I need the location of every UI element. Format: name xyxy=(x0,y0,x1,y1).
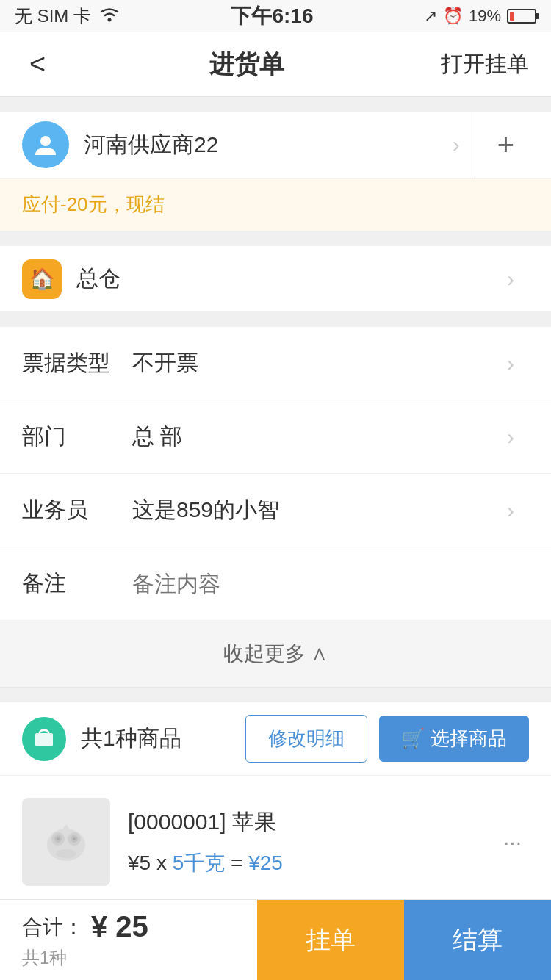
checkout-button[interactable]: 结算 xyxy=(404,900,551,980)
remark-row: 备注 xyxy=(0,547,551,621)
remark-label: 备注 xyxy=(22,569,118,599)
unit-price: ¥5 x xyxy=(128,851,173,874)
product-title: 苹果 xyxy=(232,810,276,834)
invoice-type-label: 票据类型 xyxy=(22,348,118,378)
cart-icon: 🛒 xyxy=(401,727,425,750)
supplier-selector[interactable]: 河南供应商22 › xyxy=(22,112,475,178)
product-info: [0000001] 苹果 ¥5 x 5千克 = ¥25 xyxy=(128,807,496,877)
total-sub: 共1种 xyxy=(22,946,235,970)
edit-detail-button[interactable]: 修改明细 xyxy=(245,715,367,763)
svg-rect-2 xyxy=(35,733,53,746)
total-amount: ¥ 25 xyxy=(91,910,148,943)
quantity: 5千克 xyxy=(173,851,226,874)
product-header: 共1种商品 修改明细 🛒 选择商品 xyxy=(0,702,551,776)
payment-notice: 应付-20元，现结 xyxy=(0,179,551,231)
product-name: [0000001] 苹果 xyxy=(128,807,496,837)
line-total: ¥25 xyxy=(248,851,283,874)
warehouse-chevron-icon: › xyxy=(507,267,514,292)
open-pending-button[interactable]: 打开挂单 xyxy=(441,49,529,79)
product-count: 共1种商品 xyxy=(81,724,245,754)
status-right: ↗ ⏰ 19% xyxy=(424,7,536,26)
gap-3 xyxy=(0,312,551,327)
invoice-type-row[interactable]: 票据类型 不开票 › xyxy=(0,327,551,400)
svg-point-0 xyxy=(108,18,112,22)
supplier-name: 河南供应商22 xyxy=(84,130,438,160)
add-supplier-button[interactable]: + xyxy=(475,112,529,178)
battery-fill xyxy=(510,12,514,21)
total-label: 合计： xyxy=(22,913,84,941)
salesperson-value: 这是859的小智 xyxy=(118,495,492,525)
footer-total: 合计： ¥ 25 共1种 xyxy=(0,900,257,980)
footer: 合计： ¥ 25 共1种 挂单 结算 xyxy=(0,899,551,980)
product-code: [0000001] xyxy=(128,810,232,834)
total-row: 合计： ¥ 25 xyxy=(22,910,235,943)
svg-point-8 xyxy=(57,837,60,840)
product-price: ¥5 x 5千克 = ¥25 xyxy=(128,849,496,877)
invoice-chevron-icon: › xyxy=(507,351,514,376)
select-product-button[interactable]: 🛒 选择商品 xyxy=(379,716,529,762)
gap-2 xyxy=(0,231,551,246)
gap-4 xyxy=(0,688,551,702)
gap-1 xyxy=(0,97,551,112)
salesperson-chevron-icon: › xyxy=(507,498,514,523)
department-label: 部门 xyxy=(22,422,118,452)
collapse-toggle[interactable]: 收起更多 ∧ xyxy=(0,621,551,688)
location-icon: ↗ xyxy=(424,7,437,26)
department-chevron-icon: › xyxy=(507,425,514,450)
supplier-section: 河南供应商22 › + xyxy=(0,112,551,179)
supplier-avatar xyxy=(22,121,69,168)
warehouse-icon: 🏠 xyxy=(22,259,62,299)
battery-icon xyxy=(507,9,536,24)
svg-point-10 xyxy=(56,849,76,858)
equals-sign: = xyxy=(231,851,248,874)
svg-point-9 xyxy=(73,837,76,840)
battery-percent: 19% xyxy=(469,7,501,26)
select-product-label: 选择商品 xyxy=(431,726,507,752)
product-item: [0000001] 苹果 ¥5 x 5千克 = ¥25 ··· xyxy=(0,776,551,909)
svg-point-1 xyxy=(40,136,51,146)
status-left: 无 SIM 卡 xyxy=(15,4,120,28)
remark-input[interactable] xyxy=(118,572,529,597)
back-button[interactable]: < xyxy=(22,41,53,87)
warehouse-row[interactable]: 🏠 总仓 › xyxy=(0,246,551,312)
alarm-icon: ⏰ xyxy=(443,7,463,26)
carrier-text: 无 SIM 卡 xyxy=(15,4,91,28)
status-time: 下午6:16 xyxy=(231,2,313,30)
salesperson-row[interactable]: 业务员 这是859的小智 › xyxy=(0,474,551,547)
form-section: 票据类型 不开票 › 部门 总 部 › 业务员 这是859的小智 › 备注 xyxy=(0,327,551,621)
nav-bar: < 进货单 打开挂单 xyxy=(0,32,551,97)
wifi-icon xyxy=(98,6,120,26)
suspend-button[interactable]: 挂单 xyxy=(257,900,404,980)
department-row[interactable]: 部门 总 部 › xyxy=(0,400,551,474)
content-area: 河南供应商22 › + 应付-20元，现结 🏠 总仓 › 票据类型 不开票 › … xyxy=(0,97,551,980)
status-bar: 无 SIM 卡 下午6:16 ↗ ⏰ 19% xyxy=(0,0,551,32)
product-more-button[interactable]: ··· xyxy=(496,822,529,862)
supplier-chevron-icon: › xyxy=(453,132,460,157)
department-value: 总 部 xyxy=(118,422,492,452)
invoice-type-value: 不开票 xyxy=(118,348,492,378)
product-thumbnail xyxy=(22,798,110,886)
warehouse-name: 总仓 xyxy=(76,264,492,294)
salesperson-label: 业务员 xyxy=(22,495,118,525)
page-title: 进货单 xyxy=(209,48,284,82)
product-icon xyxy=(22,717,66,761)
